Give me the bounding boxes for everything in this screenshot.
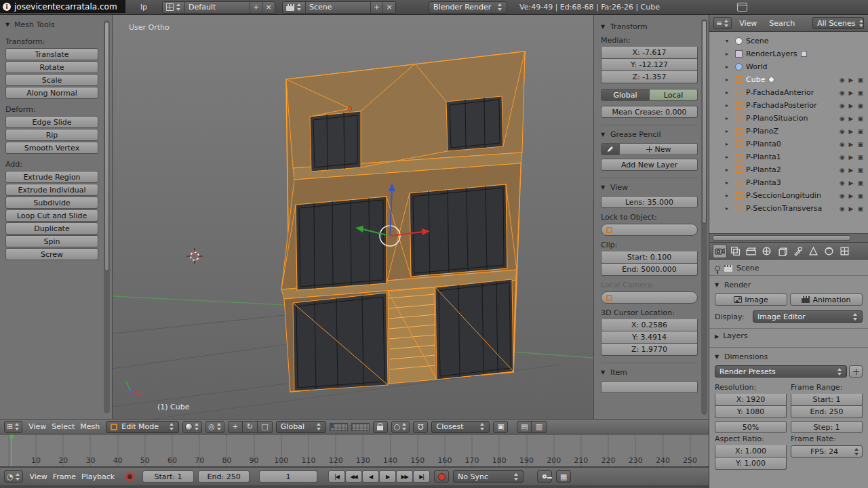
render-animation-button[interactable]: Animation <box>790 293 863 306</box>
resolution-field[interactable]: X: 1920 <box>715 394 787 406</box>
panel-layers-header[interactable]: Layers <box>715 331 863 340</box>
renderability-toggle[interactable] <box>857 167 863 174</box>
tab-object-data[interactable] <box>806 244 821 258</box>
header-menu[interactable]: Playback <box>79 472 117 481</box>
expand-toggle[interactable] <box>726 102 732 108</box>
selectability-toggle[interactable] <box>849 77 854 83</box>
visibility-toggle[interactable] <box>840 180 845 186</box>
expand-toggle[interactable] <box>726 180 732 186</box>
expand-toggle[interactable] <box>726 192 732 199</box>
tool-button[interactable]: Spin <box>5 235 98 247</box>
snap-element-dropdown[interactable]: Closest <box>431 421 490 433</box>
outliner-row[interactable]: P-Planta2 <box>709 163 868 176</box>
tool-button[interactable]: Subdivide <box>5 197 98 209</box>
visibility-toggle[interactable] <box>840 141 845 148</box>
tab-world[interactable] <box>760 244 774 258</box>
pin-icon[interactable] <box>715 266 720 271</box>
window-duplicate-icon[interactable] <box>737 3 747 12</box>
outliner-row[interactable]: P-SeccionTransversa <box>709 202 868 215</box>
outliner-row[interactable]: P-PlanoZ <box>709 125 868 138</box>
jump-to-start-button[interactable]: |◀ <box>328 470 345 483</box>
visibility-toggle[interactable] <box>840 89 845 96</box>
resolution-field[interactable]: Y: 1080 <box>715 406 787 418</box>
expand-toggle[interactable] <box>726 89 732 96</box>
renderability-toggle[interactable] <box>857 192 863 199</box>
tab-scene[interactable] <box>744 244 758 258</box>
item-partial-field[interactable] <box>601 381 698 393</box>
prev-keyframe-button[interactable]: ◀◀ <box>345 470 362 483</box>
lock-camera-button[interactable] <box>373 421 388 433</box>
renderability-toggle[interactable] <box>857 77 863 83</box>
editor-type-button[interactable]: ≡ <box>713 17 732 29</box>
panel-dimensions-header[interactable]: Dimensions <box>715 352 863 361</box>
cursor-field[interactable]: X: 0.2586 <box>601 319 698 331</box>
expand-toggle[interactable] <box>726 141 732 147</box>
lens-field[interactable]: Lens: 35.000 <box>601 196 698 208</box>
aspect-field[interactable]: X: 1.000 <box>715 445 787 458</box>
clip-field[interactable]: End: 5000.000 <box>601 264 698 276</box>
expand-toggle[interactable] <box>726 205 732 211</box>
outliner-row[interactable]: P-PlanoSituacion <box>709 112 868 125</box>
add-scene-button[interactable]: + <box>371 2 383 13</box>
renderability-toggle[interactable] <box>857 115 863 122</box>
tab-modifiers[interactable] <box>791 244 805 258</box>
renderability-toggle[interactable] <box>857 102 863 109</box>
renderability-toggle[interactable] <box>857 180 863 186</box>
selectability-toggle[interactable] <box>849 205 854 212</box>
render-presets-dropdown[interactable]: Render Presets <box>715 365 847 378</box>
selectability-toggle[interactable] <box>849 180 854 186</box>
display-dropdown[interactable]: Image Editor <box>753 310 863 323</box>
outliner-row[interactable]: P-Planta0 <box>709 138 868 150</box>
expand-toggle[interactable] <box>726 77 732 83</box>
visibility-toggle[interactable] <box>840 167 845 174</box>
add-layout-button[interactable]: + <box>250 2 262 13</box>
opengl-render-button[interactable]: ▤ <box>517 421 532 433</box>
viewport-shading-dropdown[interactable] <box>182 421 202 433</box>
tool-button[interactable]: Extrude Individual <box>5 184 98 196</box>
selectability-toggle[interactable] <box>849 192 854 199</box>
frame-range-field[interactable]: End: 250 <box>791 406 863 418</box>
frame-end-field[interactable]: End: 250 <box>198 470 250 483</box>
median-field[interactable]: Z: -1.357 <box>601 71 698 83</box>
cursor-field[interactable]: Y: 3.4914 <box>601 331 698 344</box>
scene-icon-segment[interactable] <box>283 2 306 13</box>
grease-new-button[interactable]: New <box>620 143 698 155</box>
renderability-toggle[interactable] <box>857 154 863 161</box>
tool-button[interactable]: Translate <box>5 48 98 60</box>
expand-toggle[interactable] <box>726 51 732 57</box>
tab-render[interactable] <box>713 244 727 258</box>
visibility-toggle[interactable] <box>840 192 845 199</box>
autokey-record-toggle[interactable] <box>125 472 134 481</box>
delete-scene-button[interactable]: × <box>383 2 395 13</box>
header-menu[interactable]: View <box>736 19 760 28</box>
header-menu[interactable]: Mesh <box>77 422 102 431</box>
tool-shelf-scrollbar[interactable] <box>104 20 110 413</box>
header-menu[interactable]: View <box>26 422 49 431</box>
tab-texture[interactable] <box>837 244 852 258</box>
header-menu[interactable]: Frame <box>50 472 79 481</box>
tab-material[interactable] <box>822 244 836 258</box>
expand-toggle[interactable] <box>726 128 732 134</box>
next-keyframe-button[interactable]: ▶▶ <box>396 470 413 483</box>
help-menu-remnant[interactable]: lp <box>140 3 147 12</box>
header-menu[interactable]: Select <box>49 422 77 431</box>
insert-keyframe-button[interactable]: ▦ <box>556 470 571 483</box>
selectability-toggle[interactable] <box>849 89 854 96</box>
mode-dropdown[interactable]: Edit Mode <box>106 421 179 433</box>
outliner-row[interactable]: P-SeccionLongitudin <box>709 189 868 202</box>
record-button[interactable] <box>434 470 449 483</box>
panel-view-header[interactable]: View <box>601 178 698 192</box>
space-global-button[interactable]: Global <box>601 89 650 101</box>
cursor-field[interactable]: Z: 1.9770 <box>601 344 698 356</box>
header-menu[interactable]: Search <box>766 19 797 28</box>
layers-grid-1[interactable] <box>330 423 348 431</box>
outliner-hscroll-thumb[interactable] <box>712 235 851 241</box>
outliner-row[interactable]: P-Planta1 <box>709 150 868 163</box>
expand-toggle[interactable] <box>726 167 732 173</box>
layers-grid-2[interactable] <box>351 423 370 431</box>
renderability-toggle[interactable] <box>857 205 863 212</box>
tool-button[interactable]: Along Normal <box>5 87 98 99</box>
panel-item-header[interactable]: Item <box>601 363 698 377</box>
frame-start-field[interactable]: Start: 1 <box>142 470 194 483</box>
outliner-hscroll-track[interactable] <box>709 233 868 242</box>
